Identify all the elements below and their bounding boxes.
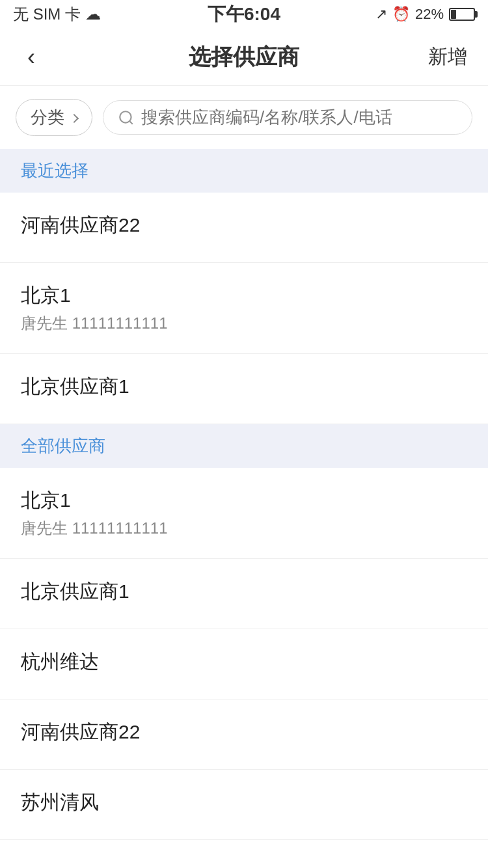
location-icon: ↗ — [375, 6, 387, 23]
search-icon — [118, 109, 135, 126]
item-name: 北京1 — [21, 487, 467, 514]
all-section-header: 全部供应商 — [0, 424, 488, 468]
list-item[interactable]: 河南供应商22 — [0, 699, 488, 770]
alarm-icon: ⏰ — [392, 6, 410, 23]
search-box — [103, 100, 472, 135]
status-left: 无 SIM 卡 ☁ — [13, 4, 101, 25]
list-item[interactable]: 北京1 唐先生 11111111111 — [0, 468, 488, 559]
category-label: 分类 — [31, 106, 64, 129]
item-name: 北京1 — [21, 282, 467, 309]
battery-icon — [449, 8, 475, 21]
no-sim-label: 无 SIM 卡 ☁ — [13, 4, 101, 25]
list-item[interactable]: 北京供应商1 — [0, 354, 488, 424]
list-item[interactable]: 杭州维达 — [0, 629, 488, 699]
status-time: 下午6:04 — [208, 2, 280, 27]
status-bar: 无 SIM 卡 ☁ 下午6:04 ↗ ⏰ 22% — [0, 0, 488, 29]
chevron-right-icon — [70, 113, 79, 122]
item-name: 北京供应商1 — [21, 578, 467, 605]
svg-point-0 — [120, 111, 131, 122]
item-sub: 唐先生 11111111111 — [21, 313, 467, 334]
list-item[interactable]: 北京供应商1 — [0, 559, 488, 629]
status-right: ↗ ⏰ 22% — [375, 6, 475, 23]
recent-section-label: 最近选择 — [21, 161, 88, 180]
item-sub: 唐先生 11111111111 — [21, 518, 467, 539]
item-name: 苏州清风 — [21, 789, 467, 816]
item-name: 河南供应商22 — [21, 212, 467, 239]
page-title: 选择供应商 — [189, 42, 299, 72]
list-item[interactable]: 苏州清风 — [0, 770, 488, 840]
search-input[interactable] — [141, 107, 457, 128]
item-name: 河南供应商22 — [21, 719, 467, 746]
all-section-label: 全部供应商 — [21, 436, 105, 455]
battery-percent: 22% — [415, 6, 444, 23]
recent-list: 河南供应商22 北京1 唐先生 11111111111 北京供应商1 — [0, 193, 488, 424]
all-list: 北京1 唐先生 11111111111 北京供应商1 杭州维达 河南供应商22 … — [0, 468, 488, 840]
back-button[interactable]: ‹ — [21, 37, 42, 77]
filter-bar: 分类 — [0, 86, 488, 149]
item-name: 北京供应商1 — [21, 373, 467, 400]
list-item[interactable]: 河南供应商22 — [0, 193, 488, 263]
add-button[interactable]: 新增 — [428, 44, 467, 70]
svg-line-1 — [129, 121, 133, 124]
recent-section-header: 最近选择 — [0, 149, 488, 193]
category-button[interactable]: 分类 — [16, 99, 92, 136]
nav-bar: ‹ 选择供应商 新增 — [0, 29, 488, 86]
list-item[interactable]: 北京1 唐先生 11111111111 — [0, 263, 488, 354]
item-name: 杭州维达 — [21, 649, 467, 675]
